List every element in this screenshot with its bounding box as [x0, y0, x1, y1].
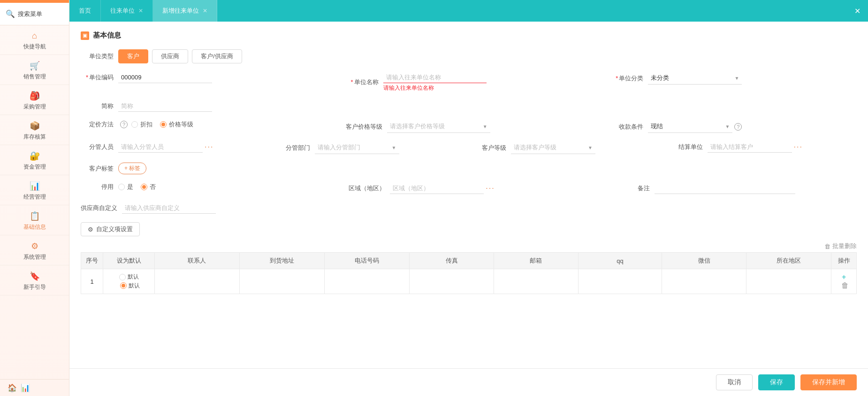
save-and-add-button[interactable]: 保存并新增 [800, 374, 857, 390]
pricing-help-icon[interactable]: ? [120, 121, 128, 128]
search-icon: 🔍 [6, 9, 15, 18]
home-icon: ⌂ [32, 31, 37, 41]
radio-price-level[interactable]: 价格等级 [160, 120, 193, 129]
save-button[interactable]: 保存 [758, 374, 795, 390]
tab-new-trading-unit[interactable]: 新增往来单位 ✕ [153, 0, 217, 22]
disabled-radio-group: 是 否 [118, 183, 156, 191]
unit-type-supplier-btn[interactable]: 供应商 [152, 49, 188, 63]
cell-email[interactable] [494, 269, 578, 294]
add-tag-btn[interactable]: + 标签 [118, 163, 146, 174]
sidebar-item-system[interactable]: ⚙ 系统管理 [0, 235, 69, 265]
cell-qq[interactable] [578, 269, 662, 294]
unit-type-group: 客户 供应商 客户/供应商 [118, 49, 242, 63]
unit-category-field: 单位分类 未分类 ▼ [610, 72, 857, 85]
cell-action: + 🗑 [831, 269, 857, 294]
row-add-icon[interactable]: + [842, 273, 846, 281]
department-select[interactable]: 请输入分管部门 ▼ [315, 141, 399, 154]
customer-level-select[interactable]: 请选择客户等级 ▼ [511, 141, 595, 154]
sidebar-item-operation[interactable]: 📊 经营管理 [0, 175, 69, 205]
tab-new-trading-unit-close[interactable]: ✕ [203, 8, 207, 14]
sidebar-item-inventory[interactable]: 📦 库存核算 [0, 115, 69, 145]
region-input[interactable] [390, 183, 484, 194]
col-phone: 电话号码 [324, 253, 409, 269]
home-bottom-icon[interactable]: 🏠 [8, 383, 17, 392]
unit-name-field: 单位名称 请输入往来单位名称 [346, 72, 592, 92]
settlement-more-btn[interactable]: ··· [792, 143, 805, 151]
cell-region[interactable] [746, 269, 831, 294]
sidebar-label-operation: 经营管理 [23, 193, 46, 201]
custom-settings-btn[interactable]: ⚙ 自定义项设置 [81, 222, 140, 236]
cell-fax[interactable] [410, 269, 494, 294]
short-name-field: 简称 [81, 101, 857, 112]
region-more-btn[interactable]: ··· [484, 184, 496, 193]
guide-icon: 🔖 [30, 271, 40, 281]
gear-icon: ⚙ [31, 241, 38, 251]
radio-no-label: 否 [150, 183, 156, 191]
batch-delete-btn[interactable]: 🗑 批量删除 [824, 242, 857, 250]
unit-type-customer-btn[interactable]: 客户 [118, 49, 148, 63]
default-checkbox[interactable]: 默认 默认 [118, 275, 140, 289]
sidebar-item-quick-nav[interactable]: ⌂ 快捷导航 [0, 25, 69, 55]
sidebar-search[interactable]: 🔍 搜索菜单 [0, 3, 69, 25]
cancel-button[interactable]: 取消 [716, 374, 753, 390]
disabled-field: 停用 是 否 [81, 183, 320, 191]
payment-terms-label: 收款条件 [610, 123, 648, 131]
pricing-radio-group: 折扣 价格等级 [131, 120, 193, 129]
footer-bar: 取消 保存 保存并新增 [69, 368, 868, 396]
unit-type-both-btn[interactable]: 客户/供应商 [192, 49, 242, 63]
supplier-custom-label: 供应商自定义 [81, 204, 122, 212]
settlement-unit-input[interactable] [708, 141, 792, 153]
department-placeholder: 请输入分管部门 [318, 143, 360, 152]
short-name-input[interactable] [118, 101, 212, 112]
remark-input[interactable] [655, 183, 795, 194]
manager-input[interactable] [118, 141, 203, 153]
unit-code-field: 单位编码 [81, 72, 327, 83]
cell-wechat[interactable] [662, 269, 746, 294]
col-region: 所在地区 [746, 253, 831, 269]
short-name-label: 简称 [81, 102, 118, 110]
tab-trading-unit-close[interactable]: ✕ [138, 8, 143, 14]
radio-no[interactable]: 否 [141, 183, 156, 191]
row-del-icon[interactable]: 🗑 [841, 281, 849, 289]
col-action: 操作 [831, 253, 857, 269]
col-seq: 序号 [81, 253, 103, 269]
dept-chevron-icon: ▼ [392, 145, 396, 150]
unit-name-error: 请输入往来单位名称 [383, 84, 487, 92]
unit-code-input[interactable] [118, 72, 212, 83]
cell-address[interactable] [239, 269, 324, 294]
pricing-method-label: 定价方法 [81, 120, 118, 129]
sidebar-label-purchase: 采购管理 [23, 103, 46, 111]
customer-price-level-select[interactable]: 请选择客户价格等级 ▼ [387, 120, 490, 133]
gear-settings-icon: ⚙ [88, 226, 93, 233]
radio-no-inner [142, 185, 146, 189]
sidebar-item-purchase[interactable]: 🎒 采购管理 [0, 85, 69, 115]
manager-more-btn[interactable]: ··· [203, 143, 215, 151]
cell-phone[interactable] [324, 269, 409, 294]
payment-terms-select[interactable]: 现结 ▼ [648, 120, 732, 133]
sidebar-item-finance[interactable]: 🔐 资金管理 [0, 145, 69, 175]
stats-bottom-icon[interactable]: 📊 [21, 383, 30, 392]
clipboard-icon: 📋 [30, 211, 40, 221]
supplier-custom-input[interactable] [122, 202, 216, 214]
tab-home[interactable]: 首页 [69, 0, 101, 22]
cell-contact[interactable] [155, 269, 240, 294]
radio-discount[interactable]: 折扣 [131, 120, 152, 129]
radio-yes[interactable]: 是 [118, 183, 133, 191]
payment-terms-field: 收款条件 现结 ▼ ? [610, 120, 857, 133]
sidebar-item-guide[interactable]: 🔖 新手引导 [0, 265, 69, 295]
supplier-custom-row: 供应商自定义 [81, 202, 857, 214]
radio-price-level-label: 价格等级 [169, 120, 193, 129]
radio-yes-outer [118, 184, 125, 190]
customer-price-level-field: 客户价格等级 请选择客户价格等级 ▼ [346, 120, 592, 133]
sidebar-item-basic-info[interactable]: 📋 基础信息 [0, 205, 69, 235]
tabbar-global-close[interactable]: ✕ [847, 7, 868, 16]
unit-category-label: 单位分类 [610, 74, 648, 83]
unit-type-field: 单位类型 客户 供应商 客户/供应商 [81, 49, 857, 63]
sidebar-item-sales[interactable]: 🛒 销售管理 [0, 55, 69, 85]
payment-terms-help-icon[interactable]: ? [734, 123, 742, 131]
unit-category-select[interactable]: 未分类 ▼ [648, 72, 742, 85]
tab-trading-unit[interactable]: 往来单位 ✕ [101, 0, 153, 22]
manager-field: 分管人员 ··· [81, 141, 268, 153]
radio-discount-label: 折扣 [140, 120, 152, 129]
unit-name-input[interactable] [383, 72, 487, 83]
